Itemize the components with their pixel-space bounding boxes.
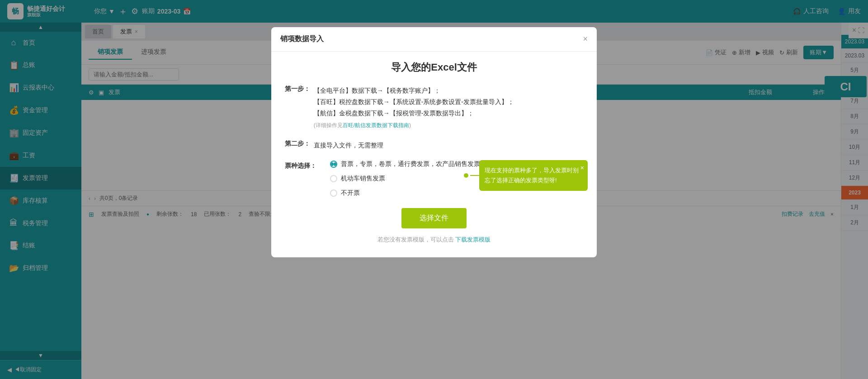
modal-header: 销项数据导入 × — [271, 27, 597, 52]
step1-note: (详细操作见百旺/航信发票数据下载指南) — [314, 122, 411, 128]
radio-normal-label: 普票，专票，卷票，通行费发票，农产品销售发票 — [341, 160, 480, 168]
step2-section: 第二步： 直接导入文件，无需整理 — [285, 140, 583, 151]
ticket-label: 票种选择： — [285, 162, 316, 170]
select-file-button[interactable]: 选择文件 — [401, 208, 467, 228]
step2-label: 第二步： — [285, 140, 312, 148]
modal-overlay: 销项数据导入 × 导入您的Excel文件 第一步： 【全电平台】数据下载→【税务… — [0, 0, 868, 379]
guide-link[interactable]: 百旺/航信发票数据下载指南 — [343, 122, 409, 128]
tooltip-bubble: 现在支持的票种多了，导入发票时别忘了选择正确的发票类型呀! × — [479, 160, 588, 191]
radio-group: 普票，专票，卷票，通行费发票，农产品销售发票 机动车销售发票 不开票 — [330, 160, 480, 197]
radio-normal-circle — [330, 161, 337, 168]
radio-normal[interactable]: 普票，专票，卷票，通行费发票，农产品销售发票 — [330, 160, 480, 168]
tooltip-text: 现在支持的票种多了，导入发票时别忘了选择正确的发票类型呀! — [485, 167, 579, 184]
radio-vehicle-label: 机动车销售发票 — [341, 175, 385, 183]
import-modal: 销项数据导入 × 导入您的Excel文件 第一步： 【全电平台】数据下载→【税务… — [271, 27, 597, 257]
tooltip-line — [470, 175, 479, 176]
modal-body: 导入您的Excel文件 第一步： 【全电平台】数据下载→【税务数字账户】； 【百… — [271, 52, 597, 257]
tooltip-container: 现在支持的票种多了，导入发票时别忘了选择正确的发票类型呀! × — [464, 160, 588, 191]
tooltip-close-button[interactable]: × — [580, 163, 584, 174]
radio-vehicle[interactable]: 机动车销售发票 — [330, 175, 480, 183]
modal-footer-note: 若您没有发票模版，可以点击 下载发票模版 — [285, 236, 583, 244]
tooltip-dot — [464, 173, 468, 178]
radio-vehicle-circle — [330, 175, 337, 182]
modal-main-title: 导入您的Excel文件 — [285, 61, 583, 74]
radio-noticket-label: 不开票 — [341, 189, 360, 197]
modal-close-button[interactable]: × — [583, 34, 588, 44]
step1-content: 【全电平台】数据下载→【税务数字账户】； 【百旺】税控盘数据下载→【系统设置-系… — [314, 85, 514, 131]
step1-section: 第一步： 【全电平台】数据下载→【税务数字账户】； 【百旺】税控盘数据下载→【系… — [285, 85, 583, 131]
ticket-section: 票种选择： 普票，专票，卷票，通行费发票，农产品销售发票 机动车销售发票 — [285, 160, 583, 197]
radio-noticket-circle — [330, 190, 337, 197]
download-template-link[interactable]: 下载发票模版 — [455, 236, 491, 243]
step2-content: 直接导入文件，无需整理 — [314, 140, 383, 151]
radio-noticket[interactable]: 不开票 — [330, 189, 480, 197]
modal-title: 销项数据导入 — [280, 34, 324, 44]
step1-label: 第一步： — [285, 85, 312, 93]
